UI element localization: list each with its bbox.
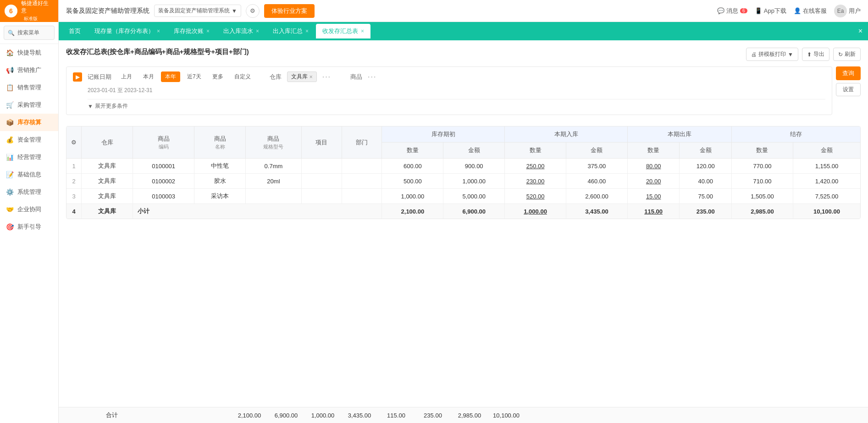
cell-end-amt: 1,155.00 [793, 159, 860, 174]
online-service-btn[interactable]: 👤 在线客服 [794, 7, 827, 15]
filter-arrow-btn[interactable]: ▶ [73, 72, 82, 82]
sidebar-item-operations[interactable]: 📊 经营管理 [0, 148, 58, 166]
th-settings: ⚙ [66, 126, 82, 159]
warehouse-tag[interactable]: 文具库 × [287, 71, 317, 82]
tab-inout-flow-close[interactable]: × [256, 28, 259, 34]
product-more-dots[interactable]: ··· [368, 73, 376, 81]
date-btn-custom[interactable]: 自定义 [230, 71, 255, 82]
tab-inout-flow[interactable]: 出入库流水 × [217, 24, 265, 38]
user-menu[interactable]: Ea 用户 [834, 5, 861, 17]
out-qty-link[interactable]: 20.00 [646, 178, 661, 185]
tab-batch[interactable]: 库存批次账 × [167, 24, 216, 38]
sidebar-item-inventory[interactable]: 📦 库存核算 [0, 114, 58, 131]
basic-info-icon: 📝 [6, 170, 14, 179]
sidebar-item-marketing[interactable]: 📢 营销推广 [0, 61, 58, 79]
date-btn-more[interactable]: 更多 [208, 71, 227, 82]
tab-stock-dist-close[interactable]: × [157, 28, 160, 34]
cell-in-amt: 375.00 [566, 159, 628, 174]
tab-recv-send[interactable]: 收发存汇总表 × [316, 24, 370, 38]
cell-start-amt: 900.00 [443, 159, 505, 174]
sub-label: 小计 [133, 204, 382, 219]
warehouse-close-icon[interactable]: × [310, 74, 313, 80]
tab-inout-summary[interactable]: 出入库汇总 × [266, 24, 315, 38]
in-qty-link[interactable]: 230.00 [526, 178, 545, 185]
tab-batch-close[interactable]: × [206, 28, 210, 34]
sidebar: 6 畅捷通好生意 标准版 🔍 搜索菜单 🏠 快捷导航 📢 营销推广 📋 销售管理… [0, 0, 59, 423]
warehouse-label: 仓库 [270, 73, 282, 81]
th-warehouse: 仓库 [82, 126, 133, 159]
cell-in-qty: 230.00 [505, 174, 566, 189]
cell-out-amt: 75.00 [680, 189, 732, 204]
cell-project [301, 174, 342, 189]
message-btn[interactable]: 💬 消息 6 [717, 7, 747, 15]
footer-end-amt: 10,100.00 [488, 412, 525, 419]
date-btn-this-year[interactable]: 本年 [161, 71, 180, 82]
footer-out-amt: 235.00 [415, 412, 451, 419]
app-download-btn[interactable]: 📱 App下载 [755, 7, 786, 15]
out-qty-link[interactable]: 80.00 [646, 163, 661, 170]
avatar: Ea [834, 5, 847, 17]
tab-recv-send-close[interactable]: × [361, 28, 364, 34]
user-label: 用户 [849, 7, 861, 15]
product-label: 商品 [350, 73, 362, 81]
tabbar-close-all-btn[interactable]: × [857, 25, 864, 37]
chevron-down-icon: ▼ [88, 103, 93, 110]
date-btn-7days[interactable]: 近7天 [183, 71, 205, 82]
sidebar-item-beginner[interactable]: 🎯 新手引导 [0, 218, 58, 236]
selector-label: 装备及固定资产辅助管理系统 [158, 7, 230, 15]
expand-label: 展开更多条件 [95, 102, 128, 110]
beginner-icon: 🎯 [6, 223, 14, 231]
search-menu-label: 搜索菜单 [17, 29, 39, 37]
sidebar-item-quick-nav[interactable]: 🏠 快捷导航 [0, 44, 58, 61]
tab-home[interactable]: 首页 [62, 24, 87, 38]
sidebar-item-basic-info[interactable]: 📝 基础信息 [0, 166, 58, 183]
refresh-btn[interactable]: ↻ 刷新 [833, 48, 861, 61]
tab-home-label: 首页 [69, 27, 81, 35]
filter-section: ▶ 记账日期 上月 本月 本年 近7天 更多 自定义 仓库 [66, 66, 861, 121]
export-btn[interactable]: ⬆ 导出 [802, 48, 829, 61]
date-btn-this-month[interactable]: 本月 [139, 71, 158, 82]
cell-out-amt: 40.00 [680, 174, 732, 189]
sidebar-item-sales[interactable]: 📋 销售管理 [0, 79, 58, 96]
out-qty-link[interactable]: 15.00 [646, 193, 661, 200]
table-settings-btn[interactable]: 设置 [836, 83, 861, 96]
footer-in-amt: 3,435.00 [341, 412, 378, 419]
cell-out-amt: 120.00 [680, 159, 732, 174]
date-btn-last-month[interactable]: 上月 [117, 71, 136, 82]
cell-code: 0100003 [133, 189, 194, 204]
tab-inout-flow-label: 出入库流水 [223, 27, 253, 35]
chevron-down-icon: ▼ [788, 51, 793, 58]
subtotal-row: 4 文具库 小计 2,100.00 6,900.00 1,000.00 3,43… [66, 204, 860, 219]
th-product-code: 商品编码 [133, 126, 194, 159]
cell-project [301, 189, 342, 204]
system-selector[interactable]: 装备及固定资产辅助管理系统 ▼ [154, 5, 241, 17]
warehouse-more-dots[interactable]: ··· [322, 73, 331, 81]
export-label: 导出 [813, 50, 824, 58]
sidebar-item-system[interactable]: ⚙️ 系统管理 [0, 183, 58, 201]
topbar: 装备及固定资产辅助管理系统 装备及固定资产辅助管理系统 ▼ ⚙ 体验行业方案 💬… [59, 0, 868, 22]
sidebar-item-enterprise[interactable]: 🤝 企业协同 [0, 201, 58, 218]
th-out-amt: 金额 [680, 143, 732, 159]
expand-btn[interactable]: ▼ 展开更多条件 [88, 99, 825, 110]
query-btn[interactable]: 查询 [836, 66, 861, 80]
sidebar-item-purchase[interactable]: 🛒 采购管理 [0, 96, 58, 114]
in-qty-link[interactable]: 250.00 [526, 163, 545, 170]
data-table: ⚙ 仓库 商品编码 商品名称 商品规格型号 项目 部门 库存期初 本期入库 本期… [66, 126, 860, 219]
sub-no: 4 [66, 204, 82, 219]
cell-start-qty: 500.00 [382, 174, 443, 189]
date-options: 上月 本月 本年 近7天 更多 自定义 [117, 71, 255, 82]
tab-stock-dist[interactable]: 现存量（库存分布表） × [88, 24, 166, 38]
settings-gear-button[interactable]: ⚙ [246, 4, 260, 18]
marketing-icon: 📢 [6, 66, 14, 74]
footer-totals: 合计 2,100.00 6,900.00 1,000.00 3,435.00 1… [59, 407, 868, 423]
tab-inout-summary-close[interactable]: × [305, 28, 309, 34]
date-range-text: 2023-01-01 至 2023-12-31 [88, 87, 152, 94]
in-qty-link[interactable]: 520.00 [526, 193, 545, 200]
sidebar-item-assets[interactable]: 💰 资金管理 [0, 131, 58, 148]
print-btn[interactable]: 🖨 拼模板打印 ▼ [746, 48, 798, 61]
footer-start-qty: 2,100.00 [231, 412, 268, 419]
experience-btn[interactable]: 体验行业方案 [264, 4, 315, 18]
cell-end-amt: 7,525.00 [793, 189, 860, 204]
search-menu-button[interactable]: 🔍 搜索菜单 [4, 26, 55, 40]
tab-batch-label: 库存批次账 [174, 27, 204, 35]
